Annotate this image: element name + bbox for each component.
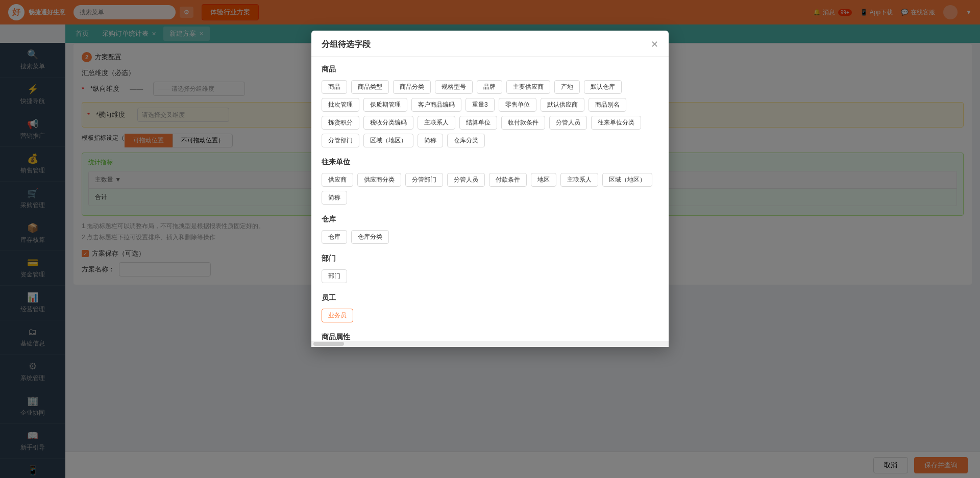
counterparts-section-title: 往来单位 — [322, 158, 658, 167]
field-tag-quality-mgmt[interactable]: 保质期管理 — [363, 98, 407, 112]
field-tag-warehouse-category[interactable]: 仓库分类 — [351, 230, 389, 244]
field-tag-warehouse-cat[interactable]: 仓库分类 — [447, 134, 485, 147]
field-tag-region[interactable]: 区域（地区） — [363, 134, 413, 147]
modal-dialog: 分组待选字段 ✕ 商品 商品 商品类型 商品分类 规格型号 品牌 主要供应商 产… — [311, 31, 669, 347]
field-tag-origin[interactable]: 产地 — [554, 80, 580, 94]
field-tag-payment-terms[interactable]: 收付款条件 — [501, 116, 545, 130]
field-tag-supplier-cat[interactable]: 供应商分类 — [357, 173, 401, 187]
field-tag-settle-unit[interactable]: 结算单位 — [459, 116, 497, 130]
employee-section: 员工 业务员 — [322, 293, 658, 322]
goods-section: 商品 商品 商品类型 商品分类 规格型号 品牌 主要供应商 产地 默认仓库 批次… — [322, 65, 658, 147]
goods-attr-section: 商品属性 属性 颜色 多规格 尺码 鞋码 1 — [322, 333, 658, 341]
field-tag-short-name[interactable]: 简称 — [418, 134, 443, 147]
field-tag-retail-unit[interactable]: 零售单位 — [499, 98, 536, 112]
field-tag-mgmt-person2[interactable]: 分管人员 — [447, 173, 485, 187]
field-tag-dept[interactable]: 部门 — [322, 269, 347, 283]
warehouse-section-title: 仓库 — [322, 215, 658, 224]
field-tag-batch-mgmt[interactable]: 批次管理 — [322, 98, 359, 112]
employee-section-title: 员工 — [322, 293, 658, 303]
field-tag-goods-type[interactable]: 商品类型 — [351, 80, 389, 94]
hscroll-thumb[interactable] — [313, 342, 344, 346]
field-tag-brand[interactable]: 品牌 — [477, 80, 502, 94]
field-tag-spec-type[interactable]: 规格型号 — [435, 80, 473, 94]
field-tag-payment-cond[interactable]: 付款条件 — [489, 173, 527, 187]
goods-attr-section-title: 商品属性 — [322, 333, 658, 341]
warehouse-section: 仓库 仓库 仓库分类 — [322, 215, 658, 244]
field-tag-region2[interactable]: 地区 — [531, 173, 556, 187]
department-field-tags: 部门 — [322, 269, 658, 283]
field-tag-main-contact[interactable]: 主联系人 — [418, 116, 455, 130]
counterparts-section: 往来单位 供应商 供应商分类 分管部门 分管人员 付款条件 地区 主联系人 区域… — [322, 158, 658, 205]
field-tag-tax-code[interactable]: 税收分类编码 — [363, 116, 413, 130]
modal-close-button[interactable]: ✕ — [651, 39, 658, 50]
field-tag-goods-alias[interactable]: 商品别名 — [589, 98, 626, 112]
field-tag-sales-rep[interactable]: 业务员 — [322, 309, 353, 322]
goods-field-tags: 商品 商品类型 商品分类 规格型号 品牌 主要供应商 产地 默认仓库 批次管理 … — [322, 80, 658, 147]
employee-field-tags: 业务员 — [322, 309, 658, 322]
counterparts-field-tags: 供应商 供应商分类 分管部门 分管人员 付款条件 地区 主联系人 区域（地区） … — [322, 173, 658, 205]
modal-hscroll[interactable] — [311, 341, 669, 347]
field-tag-mgmt-dept2[interactable]: 分管部门 — [405, 173, 443, 187]
field-tag-warehouse[interactable]: 仓库 — [322, 230, 347, 244]
field-tag-main-contact2[interactable]: 主联系人 — [560, 173, 598, 187]
modal-header: 分组待选字段 ✕ — [311, 31, 669, 57]
department-section-title: 部门 — [322, 254, 658, 263]
field-tag-weight3[interactable]: 重量3 — [465, 98, 495, 112]
modal-title: 分组待选字段 — [322, 39, 371, 50]
field-tag-short-name2[interactable]: 简称 — [322, 191, 347, 205]
warehouse-field-tags: 仓库 仓库分类 — [322, 230, 658, 244]
field-tag-goods-category[interactable]: 商品分类 — [393, 80, 431, 94]
field-tag-from-unit-cat[interactable]: 往来单位分类 — [591, 116, 641, 130]
field-tag-mgmt-dept[interactable]: 分管部门 — [322, 134, 359, 147]
department-section: 部门 部门 — [322, 254, 658, 283]
modal-overlay: 分组待选字段 ✕ 商品 商品 商品类型 商品分类 规格型号 品牌 主要供应商 产… — [0, 0, 980, 435]
field-tag-default-supplier[interactable]: 默认供应商 — [541, 98, 584, 112]
field-tag-region-area[interactable]: 区域（地区） — [602, 173, 652, 187]
field-tag-supplier[interactable]: 供应商 — [322, 173, 353, 187]
field-tag-default-warehouse[interactable]: 默认仓库 — [584, 80, 622, 94]
field-tag-goods[interactable]: 商品 — [322, 80, 347, 94]
goods-section-title: 商品 — [322, 65, 658, 74]
field-tag-customer-code[interactable]: 客户商品编码 — [411, 98, 461, 112]
modal-body[interactable]: 商品 商品 商品类型 商品分类 规格型号 品牌 主要供应商 产地 默认仓库 批次… — [311, 57, 669, 341]
field-tag-main-supplier[interactable]: 主要供应商 — [506, 80, 550, 94]
field-tag-manager[interactable]: 分管人员 — [549, 116, 587, 130]
field-tag-pick-points[interactable]: 拣货积分 — [322, 116, 359, 130]
